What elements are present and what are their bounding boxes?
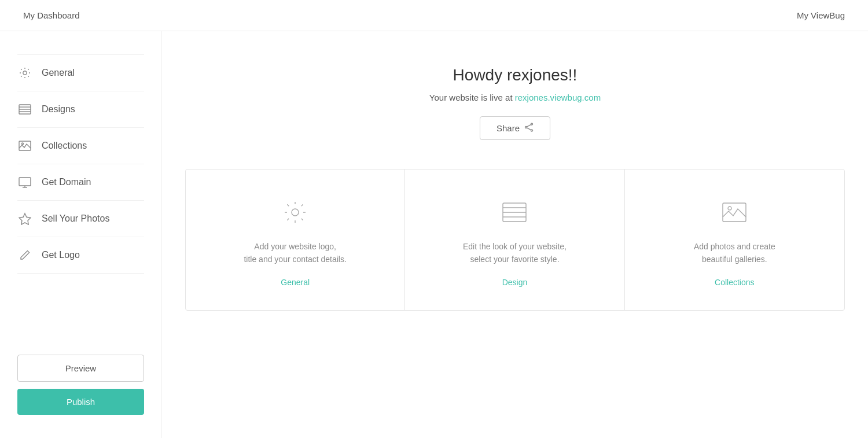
svg-point-13 — [525, 127, 527, 128]
share-button[interactable]: Share — [480, 116, 550, 140]
general-card-description: Add your website logo, title and your co… — [244, 240, 346, 266]
share-label: Share — [496, 123, 520, 133]
layout: General Designs — [0, 31, 868, 438]
sidebar-buttons: Preview Publish — [17, 355, 144, 415]
sidebar-item-get-domain[interactable]: Get Domain — [17, 164, 144, 201]
gear-icon — [17, 65, 32, 80]
sidebar-nav: General Designs — [17, 54, 144, 337]
card-collections-icon — [720, 198, 748, 226]
sidebar-item-designs-label: Designs — [42, 104, 75, 115]
greeting-section: Howdy rexjones!! Your website is live at… — [185, 66, 845, 140]
design-card-description: Edit the look of your website, select yo… — [463, 240, 567, 266]
svg-rect-7 — [19, 178, 31, 186]
sidebar-item-collections[interactable]: Collections — [17, 128, 144, 164]
design-card[interactable]: Edit the look of your website, select yo… — [405, 170, 624, 310]
sidebar-item-general-label: General — [42, 68, 75, 78]
collections-icon — [17, 138, 32, 153]
svg-point-11 — [531, 123, 533, 125]
svg-marker-10 — [19, 213, 31, 224]
svg-point-12 — [531, 130, 533, 131]
website-live-text: Your website is live at rexjones.viewbug… — [185, 93, 845, 102]
svg-rect-5 — [19, 141, 31, 150]
svg-point-16 — [292, 209, 299, 216]
sidebar-item-get-logo-label: Get Logo — [42, 250, 80, 260]
svg-point-0 — [23, 71, 27, 75]
card-designs-icon — [501, 198, 528, 226]
sidebar-item-sell-photos[interactable]: Sell Your Photos — [17, 201, 144, 237]
greeting-title: Howdy rexjones!! — [185, 66, 845, 84]
svg-rect-21 — [723, 203, 746, 222]
sidebar-item-designs[interactable]: Designs — [17, 91, 144, 128]
preview-button[interactable]: Preview — [17, 355, 144, 382]
website-live-prefix: Your website is live at — [429, 93, 515, 102]
publish-button[interactable]: Publish — [17, 389, 144, 415]
collections-card[interactable]: Add photos and create beautiful gallerie… — [625, 170, 844, 310]
sidebar-item-get-logo[interactable]: Get Logo — [17, 237, 144, 274]
svg-point-22 — [728, 207, 731, 210]
header-left-label: My Dashboard — [23, 10, 80, 20]
website-url-link[interactable]: rexjones.viewbug.com — [515, 93, 601, 102]
header: My Dashboard My ViewBug — [0, 0, 868, 31]
main-content: Howdy rexjones!! Your website is live at… — [162, 31, 868, 438]
share-icon — [524, 123, 534, 134]
design-card-link[interactable]: Design — [502, 278, 528, 287]
designs-icon — [17, 102, 32, 117]
sidebar-item-collections-label: Collections — [42, 141, 87, 151]
general-card-link[interactable]: General — [281, 278, 310, 287]
general-card[interactable]: Add your website logo, title and your co… — [186, 170, 405, 310]
sidebar-item-general[interactable]: General — [17, 54, 144, 91]
sidebar-item-get-domain-label: Get Domain — [42, 177, 91, 187]
svg-point-6 — [22, 143, 24, 145]
collections-card-description: Add photos and create beautiful gallerie… — [694, 240, 775, 266]
pencil-icon — [17, 248, 32, 263]
svg-line-15 — [527, 128, 531, 130]
sidebar: General Designs — [0, 31, 162, 438]
header-right-label[interactable]: My ViewBug — [797, 10, 845, 20]
star-icon — [17, 211, 32, 226]
sidebar-item-sell-photos-label: Sell Your Photos — [42, 213, 109, 224]
cards-grid: Add your website logo, title and your co… — [185, 169, 845, 311]
collections-card-link[interactable]: Collections — [715, 278, 754, 287]
monitor-icon — [17, 175, 32, 190]
svg-line-14 — [527, 124, 531, 127]
card-gear-icon — [281, 198, 309, 226]
